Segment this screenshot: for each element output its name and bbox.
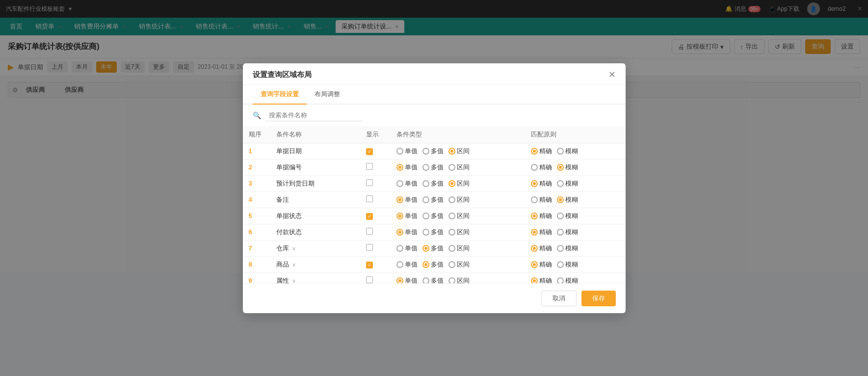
display-checkbox[interactable] [366,148,373,155]
modal-close-button[interactable]: ✕ [608,70,616,79]
row-display[interactable] [360,191,391,208]
radio-type-单值[interactable]: 单值 [396,147,418,156]
radio-type-单值[interactable]: 单值 [396,195,418,204]
radio-match-精确[interactable]: 精确 [531,260,552,269]
radio-type-label: 单值 [405,195,418,204]
row-name: 预计到货日期 [270,175,360,191]
radio-type-label: 多值 [431,244,444,253]
radio-type-label: 单值 [405,228,418,237]
radio-match-模糊[interactable]: 模糊 [557,244,578,253]
radio-type-label: 单值 [405,260,418,269]
radio-match-精确[interactable]: 精确 [531,212,552,220]
radio-type-区间[interactable]: 区间 [448,260,470,269]
radio-circle [531,164,538,171]
row-display[interactable] [360,224,391,240]
tab-layout-adjust-label: 布局调整 [315,90,340,98]
radio-type-单值[interactable]: 单值 [396,260,418,269]
row-type: 单值 多值 区间 [391,208,525,224]
table-row: 6付款状态 单值 多值 区间 精确 [243,224,626,240]
radio-type-区间[interactable]: 区间 [448,228,470,237]
radio-type-单值[interactable]: 单值 [396,244,418,253]
radio-circle [396,213,403,219]
display-checkbox[interactable] [366,262,373,269]
modal-title: 设置查询区域布局 [253,70,312,80]
display-checkbox[interactable] [366,163,373,170]
radio-match-模糊[interactable]: 模糊 [557,195,578,204]
tab-query-fields[interactable]: 查询字段设置 [253,85,307,105]
radio-type-多值[interactable]: 多值 [422,147,444,156]
radio-type-单值[interactable]: 单值 [396,179,418,188]
radio-circle [557,229,564,236]
row-display[interactable] [360,256,391,272]
radio-circle [396,245,403,252]
radio-match-模糊[interactable]: 模糊 [557,179,578,188]
search-icon: 🔍 [253,111,261,119]
display-checkbox[interactable] [366,244,373,251]
radio-circle [448,180,455,187]
row-type: 单值 多值 区间 [391,175,525,191]
radio-type-多值[interactable]: 多值 [422,179,444,188]
radio-circle [531,245,538,252]
display-checkbox[interactable] [366,228,373,235]
radio-match-模糊[interactable]: 模糊 [557,163,578,172]
radio-type-多值[interactable]: 多值 [422,212,444,220]
row-display[interactable] [360,240,391,256]
radio-match-精确[interactable]: 精确 [531,147,552,156]
tab-query-fields-label: 查询字段设置 [261,90,299,98]
radio-type-多值[interactable]: 多值 [422,228,444,237]
radio-type-多值[interactable]: 多值 [422,195,444,204]
display-checkbox[interactable] [366,213,373,220]
radio-type-label: 区间 [457,244,470,253]
radio-match-精确[interactable]: 精确 [531,163,552,172]
radio-match-模糊[interactable]: 模糊 [557,147,578,156]
row-order: 2 [243,159,271,175]
row-display[interactable] [360,175,391,191]
radio-type-多值[interactable]: 多值 [422,260,444,269]
radio-match-模糊[interactable]: 模糊 [557,212,578,220]
radio-type-label: 区间 [457,195,470,204]
row-match: 精确 模糊 [525,208,626,224]
radio-type-label: 单值 [405,244,418,253]
radio-circle [557,196,564,203]
radio-type-label: 单值 [405,179,418,188]
radio-type-多值[interactable]: 多值 [422,163,444,172]
modal-overlay: 设置查询区域布局 ✕ 查询字段设置 布局调整 🔍 顺序 条件名称 [0,0,868,272]
row-order: 4 [243,191,271,208]
radio-type-区间[interactable]: 区间 [448,163,470,172]
table-row: 1单据日期 单值 多值 区间 精确 [243,143,626,159]
display-checkbox[interactable] [366,195,373,202]
row-display[interactable] [360,159,391,175]
radio-match-精确[interactable]: 精确 [531,195,552,204]
row-display[interactable] [360,208,391,224]
radio-type-区间[interactable]: 区间 [448,179,470,188]
row-name: 单据编号 [270,159,360,175]
radio-type-单值[interactable]: 单值 [396,228,418,237]
tab-layout-adjust[interactable]: 布局调整 [307,85,348,105]
radio-circle [422,261,429,268]
radio-type-区间[interactable]: 区间 [448,244,470,253]
radio-type-label: 多值 [431,212,444,220]
radio-match-label: 模糊 [565,179,578,188]
radio-match-label: 精确 [539,195,552,204]
radio-type-多值[interactable]: 多值 [422,244,444,253]
radio-type-区间[interactable]: 区间 [448,195,470,204]
config-table-scroll: 顺序 条件名称 显示 条件类型 匹配原则 1单据日期 单值 多值 [243,126,626,273]
radio-type-单值[interactable]: 单值 [396,163,418,172]
radio-circle [422,245,429,252]
radio-match-label: 模糊 [565,260,578,269]
row-order: 1 [243,143,271,159]
radio-type-label: 多值 [431,179,444,188]
radio-type-区间[interactable]: 区间 [448,147,470,156]
display-checkbox[interactable] [366,179,373,186]
search-input[interactable] [265,109,363,121]
row-display[interactable] [360,143,391,159]
radio-match-模糊[interactable]: 模糊 [557,260,578,269]
radio-match-模糊[interactable]: 模糊 [557,228,578,237]
radio-circle [396,229,403,236]
radio-match-精确[interactable]: 精确 [531,228,552,237]
radio-type-单值[interactable]: 单值 [396,212,418,220]
col-type: 条件类型 [391,126,525,143]
radio-type-区间[interactable]: 区间 [448,212,470,220]
radio-match-精确[interactable]: 精确 [531,179,552,188]
radio-match-精确[interactable]: 精确 [531,244,552,253]
